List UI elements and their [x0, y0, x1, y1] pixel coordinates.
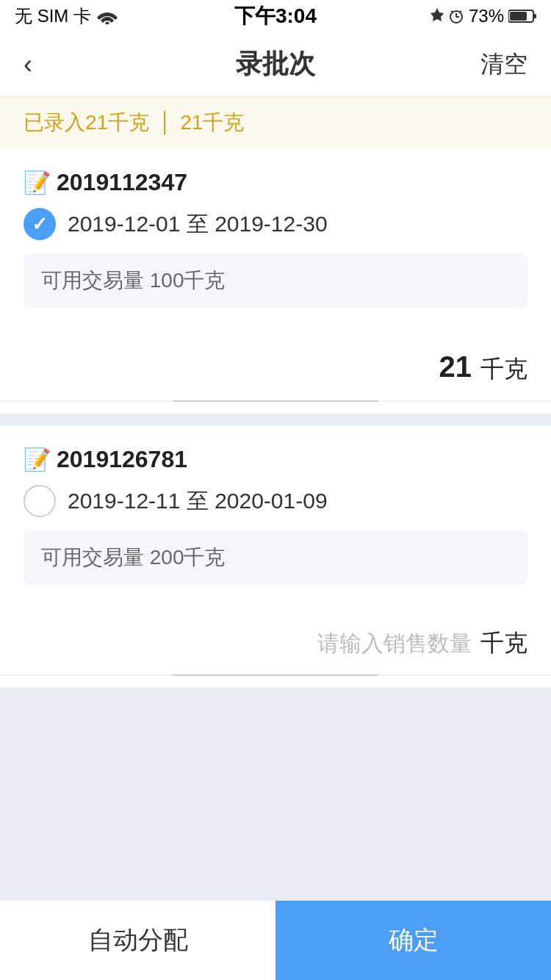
svg-rect-7 — [533, 14, 536, 18]
bottom-bar: 自动分配 确定 — [0, 901, 551, 980]
svg-point-0 — [106, 22, 109, 25]
status-bar: 无 SIM 卡 下午3:04 73% — [0, 0, 551, 32]
date-row-2[interactable]: 2019-12-11 至 2020-01-09 — [24, 485, 527, 517]
availability-box-2: 可用交易量 200千克 — [24, 530, 527, 585]
status-left: 无 SIM 卡 — [15, 4, 118, 28]
auto-distribute-button[interactable]: 自动分配 — [0, 901, 276, 980]
radio-2[interactable] — [24, 485, 56, 517]
availability-box-1: 可用交易量 100千克 — [24, 253, 527, 308]
input-placeholder-2: 请输入销售数量 — [317, 629, 472, 659]
check-icon-1: ✓ — [32, 213, 48, 236]
date-text-1: 2019-12-01 至 2019-12-30 — [68, 209, 328, 239]
batch-id-row-1: 📝 2019112347 — [24, 169, 527, 196]
battery-label: 73% — [469, 6, 504, 26]
batch-card-2: 📝 2019126781 2019-12-11 至 2020-01-09 可用交… — [0, 425, 551, 620]
clear-button[interactable]: 清空 — [480, 48, 527, 81]
radio-1[interactable]: ✓ — [24, 208, 56, 240]
batch-id-row-2: 📝 2019126781 — [24, 446, 527, 473]
wifi-icon — [97, 8, 118, 24]
summary-value: 21千克 — [180, 109, 244, 137]
status-right: 73% — [431, 6, 536, 26]
page-title: 录批次 — [236, 46, 315, 82]
nav-bar: ‹ 录批次 清空 — [0, 32, 551, 97]
batch-icon-2: 📝 — [24, 447, 51, 472]
battery-icon — [508, 9, 536, 24]
batch-card-1: 📝 2019112347 ✓ 2019-12-01 至 2019-12-30 可… — [0, 148, 551, 343]
status-time: 下午3:04 — [234, 2, 317, 30]
batch-id-2: 2019126781 — [57, 446, 187, 473]
batch-icon-1: 📝 — [24, 170, 51, 195]
alarm-icon — [448, 8, 464, 24]
batch-id-1: 2019112347 — [57, 169, 187, 196]
svg-rect-8 — [510, 12, 527, 21]
back-button[interactable]: ‹ — [24, 49, 68, 80]
amount-row-1: 21 千克 — [0, 343, 551, 400]
date-row-1[interactable]: ✓ 2019-12-01 至 2019-12-30 — [24, 208, 527, 240]
input-row-2: 请输入销售数量 千克 — [0, 620, 551, 674]
section-divider — [0, 414, 551, 425]
summary-label: 已录入21千克 — [24, 109, 149, 137]
summary-divider — [164, 111, 165, 134]
input-unit-2: 千克 — [480, 627, 527, 660]
amount-value-1: 21 — [439, 350, 472, 383]
date-text-2: 2019-12-11 至 2020-01-09 — [68, 486, 328, 516]
amount-unit-1: 千克 — [480, 353, 527, 386]
location-icon — [431, 8, 444, 24]
sim-label: 无 SIM 卡 — [15, 4, 91, 28]
confirm-button[interactable]: 确定 — [276, 901, 551, 980]
summary-banner: 已录入21千克 21千克 — [0, 97, 551, 148]
